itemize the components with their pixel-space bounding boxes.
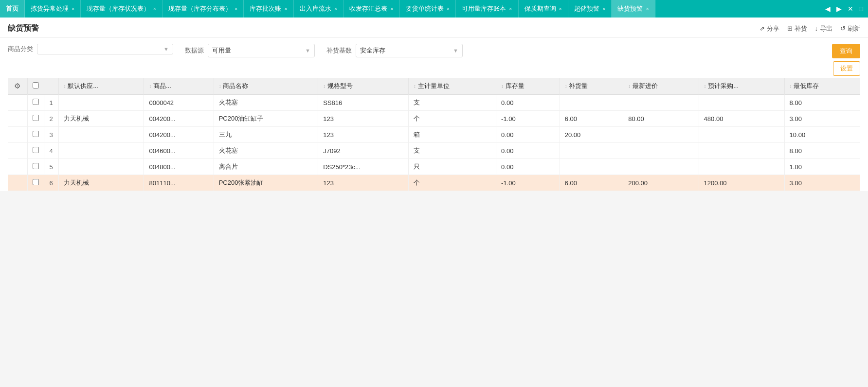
row-checkbox-cell	[27, 111, 44, 127]
row-product-code: 004800...	[144, 159, 214, 175]
share-icon: ⇗	[760, 25, 765, 32]
filter-replenish-base: 补货基数 安全库存 ▼	[326, 44, 463, 57]
sort-icon-replenish: ↕	[565, 84, 567, 89]
sort-icon-name: ↕	[219, 84, 221, 89]
col-stock: ↕ 库存量	[496, 78, 560, 95]
nav-prev-btn[interactable]: ◀	[822, 4, 833, 14]
nav-tab-available[interactable]: 可用量库存账本 ×	[456, 0, 518, 18]
row-product-name: 离合片	[214, 159, 318, 175]
table-row[interactable]: 3 004200... 三九 123 箱 0.00 20.00 10.00	[8, 127, 860, 143]
filter-datasource-label: 数据源	[185, 46, 204, 55]
close-tab-receive-summary[interactable]: ×	[390, 6, 393, 12]
sort-icon-est: ↕	[704, 84, 706, 89]
col-replenish-qty: ↕ 补货量	[560, 78, 623, 95]
nav-controls: ◀ ▶ ✕ □	[820, 4, 868, 14]
table-row[interactable]: 1 0000042 火花塞 SS816 支 0.00 8.00	[8, 95, 860, 111]
row-spec: 123	[318, 111, 409, 127]
shortage-table: ⚙ ↕ 默认供应... ↕ 商品... ↕	[8, 78, 860, 191]
close-tab-purchase-summary[interactable]: ×	[447, 6, 450, 12]
query-button[interactable]: 查询	[832, 44, 860, 58]
select-all-checkbox[interactable]	[33, 82, 39, 88]
table-container: ⚙ ↕ 默认供应... ↕ 商品... ↕	[0, 78, 868, 191]
nav-tab-inventory-status[interactable]: 现存量（库存状况表） ×	[81, 0, 162, 18]
row-gear-cell	[8, 175, 27, 191]
datasource-chevron-icon: ▼	[305, 48, 310, 53]
row-checkbox[interactable]	[33, 131, 39, 137]
row-product-code: 004200...	[144, 127, 214, 143]
row-default-supplier	[58, 143, 144, 159]
row-latest-price	[623, 95, 699, 111]
close-tab-inventory-dist[interactable]: ×	[235, 6, 237, 12]
nav-tab-inventory-dist[interactable]: 现存量（库存分布表） ×	[163, 0, 244, 18]
nav-tab-overstock[interactable]: 超储预警 ×	[568, 0, 612, 18]
sort-icon-spec: ↕	[323, 84, 326, 89]
sort-icon-unit: ↕	[414, 84, 416, 89]
datasource-select[interactable]: 可用量 ▼	[208, 44, 315, 57]
row-stock: 0.00	[496, 143, 560, 159]
nav-tab-home[interactable]: 首页	[0, 0, 25, 18]
row-checkbox[interactable]	[33, 147, 39, 153]
nav-tab-exception[interactable]: 拣货异常处理 ×	[25, 0, 81, 18]
close-tab-inout-flow[interactable]: ×	[334, 6, 337, 12]
close-tab-available[interactable]: ×	[509, 6, 512, 12]
category-select[interactable]: ▼	[37, 44, 173, 54]
sort-icon-supplier: ↕	[64, 84, 66, 89]
share-button[interactable]: ⇗ 分享	[760, 24, 779, 33]
replenish-base-select[interactable]: 安全库存 ▼	[356, 44, 463, 57]
nav-tab-receive-summary[interactable]: 收发存汇总表 ×	[344, 0, 399, 18]
nav-tab-shortage[interactable]: 缺货预警 ×	[612, 0, 655, 18]
row-checkbox[interactable]	[33, 179, 39, 185]
row-min-stock: 3.00	[784, 175, 860, 191]
row-gear-cell	[8, 127, 27, 143]
nav-tab-batch[interactable]: 库存批次账 ×	[244, 0, 293, 18]
table-row[interactable]: 5 004800... 离合片 DS250*23c... 只 0.00 1.00	[8, 159, 860, 175]
row-unit: 个	[408, 111, 496, 127]
col-product-code: ↕ 商品...	[144, 78, 214, 95]
row-replenish-qty	[560, 95, 623, 111]
close-tab-shortage[interactable]: ×	[646, 6, 649, 12]
close-tab-overstock[interactable]: ×	[602, 6, 605, 12]
row-stock: -1.00	[496, 175, 560, 191]
row-checkbox[interactable]	[33, 99, 39, 105]
col-unit: ↕ 主计量单位	[408, 78, 496, 95]
table-row[interactable]: 4 004600... 火花塞 J7092 支 0.00 8.00	[8, 143, 860, 159]
close-tab-exception[interactable]: ×	[72, 6, 74, 12]
nav-tab-purchase-summary[interactable]: 要货单统计表 ×	[400, 0, 456, 18]
table-row[interactable]: 2 力天机械 004200... PC200油缸缸子 123 个 -1.00 6…	[8, 111, 860, 127]
nav-next-btn[interactable]: ▶	[833, 4, 845, 14]
nav-close-btn[interactable]: ✕	[845, 4, 856, 14]
replenish-button[interactable]: ⊞ 补货	[787, 24, 807, 33]
row-spec: SS816	[318, 95, 409, 111]
nav-maximize-btn[interactable]: □	[856, 4, 866, 14]
settings-button[interactable]: 设置	[833, 61, 860, 76]
gear-icon[interactable]: ⚙	[14, 82, 20, 90]
row-min-stock: 10.00	[784, 127, 860, 143]
page-title: 缺货预警	[8, 23, 39, 34]
row-checkbox[interactable]	[33, 115, 39, 121]
row-number: 4	[44, 143, 58, 159]
row-latest-price	[623, 143, 699, 159]
nav-tab-inout-flow[interactable]: 出入库流水 ×	[294, 0, 344, 18]
close-tab-batch[interactable]: ×	[284, 6, 287, 12]
row-product-name: 三九	[214, 127, 318, 143]
close-tab-expiry[interactable]: ×	[559, 6, 562, 12]
row-latest-price: 80.00	[623, 111, 699, 127]
nav-tab-expiry[interactable]: 保质期查询 ×	[519, 0, 568, 18]
row-latest-price	[623, 159, 699, 175]
refresh-button[interactable]: ↺ 刷新	[840, 24, 860, 33]
row-stock: 0.00	[496, 95, 560, 111]
row-default-supplier: 力天机械	[58, 175, 144, 191]
col-checkbox	[27, 78, 44, 95]
table-row[interactable]: 6 力天机械 801110... PC200张紧油缸 123 个 -1.00 6…	[8, 175, 860, 191]
page-header: 缺货预警 ⇗ 分享 ⊞ 补货 ↓ 导出 ↺ 刷新	[0, 18, 868, 38]
col-product-name: ↕ 商品名称	[214, 78, 318, 95]
close-tab-inventory-status[interactable]: ×	[153, 6, 156, 12]
row-checkbox[interactable]	[33, 163, 39, 169]
export-button[interactable]: ↓ 导出	[815, 24, 833, 33]
row-est-purchase: 480.00	[699, 111, 784, 127]
row-number: 6	[44, 175, 58, 191]
row-est-purchase	[699, 95, 784, 111]
row-stock: 0.00	[496, 127, 560, 143]
row-number: 1	[44, 95, 58, 111]
right-actions: 查询 设置	[832, 44, 860, 76]
